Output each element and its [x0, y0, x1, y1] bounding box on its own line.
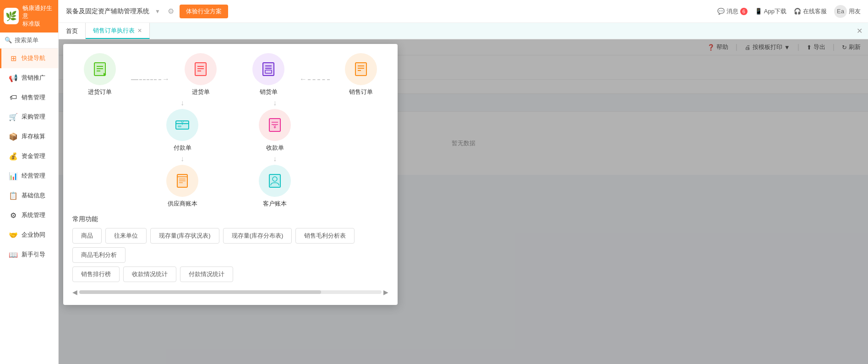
payment-label: 付款单 [174, 144, 191, 152]
supplier-ledger-label: 供应商账本 [168, 200, 197, 208]
svg-rect-10 [263, 63, 274, 76]
customer-ledger-label: 客户账本 [263, 200, 287, 208]
flow-item-receipt[interactable]: ¥ 收款单 [247, 109, 302, 152]
modal-scrollbar: ◀ ▶ [72, 288, 388, 296]
payment-circle: ¥ [166, 109, 198, 141]
tabs-close-all-button[interactable]: ✕ [851, 23, 868, 39]
sidebar-item-inventory[interactable]: 📦 库存核算 [0, 127, 58, 147]
system-icon: ⚙ [9, 211, 18, 220]
tab-close-icon[interactable]: ✕ [137, 27, 142, 34]
sidebar-search[interactable]: 🔍 搜索菜单 [0, 33, 58, 49]
receipt-label: 收款单 [266, 144, 284, 152]
scrollbar-track[interactable] [79, 290, 382, 294]
logo-icon: 🌿 [4, 8, 19, 24]
sidebar-item-label: 库存核算 [22, 132, 45, 141]
scroll-right-arrow[interactable]: ▶ [383, 288, 388, 296]
sidebar-item-purchase[interactable]: 🛒 采购管理 [0, 107, 58, 127]
logo-text: 畅康通好生意 标准版 [22, 5, 55, 28]
customer-ledger-circle [259, 165, 291, 197]
purchase-bill-circle [185, 53, 217, 85]
cf-btn-stock-dist[interactable]: 现存量(库存分布表) [223, 228, 292, 244]
online-service-button[interactable]: 🎧 在线客服 [794, 7, 827, 16]
quick-nav-icon: ⊞ [9, 54, 18, 63]
search-icon: 🔍 [5, 37, 12, 43]
cf-btn-payment-stats[interactable]: 付款情况统计 [180, 266, 233, 282]
user-avatar: Ea [834, 5, 847, 18]
sidebar-item-label: 快捷导航 [22, 54, 45, 62]
sidebar-item-quick-nav[interactable]: ⊞ 快捷导航 [0, 49, 58, 68]
app-download-button[interactable]: 📱 App下载 [755, 7, 786, 16]
purchase-order-circle [84, 53, 116, 85]
sidebar-item-operations[interactable]: 📊 经营管理 [0, 166, 58, 186]
message-button[interactable]: 💬 消息 6 [717, 7, 748, 16]
sidebar-logo[interactable]: 🌿 畅康通好生意 标准版 [0, 0, 58, 33]
sidebar-item-marketing[interactable]: 📢 营销推广 [0, 68, 58, 88]
user-menu[interactable]: Ea 用友 [834, 5, 861, 18]
sales-bill-label: 销货单 [260, 88, 278, 96]
svg-text:¥: ¥ [180, 121, 184, 126]
sidebar-item-label: 营销推广 [22, 74, 45, 82]
marketing-icon: 📢 [9, 74, 18, 82]
flow-item-sales-bill[interactable]: 销货单 [241, 53, 296, 96]
message-badge: 6 [740, 8, 748, 15]
enterprise-icon: 🤝 [9, 231, 18, 239]
header-right: 💬 消息 6 📱 App下载 🎧 在线客服 Ea 用友 [717, 5, 861, 18]
finance-icon: 💰 [9, 152, 18, 161]
header-dropdown-icon[interactable]: ▼ [155, 8, 160, 15]
sidebar: 🌿 畅康通好生意 标准版 🔍 搜索菜单 ⊞ 快捷导航 📢 营销推广 🏷 销售管理… [0, 0, 59, 364]
flow-item-sales-order[interactable]: 销售订单 [333, 53, 388, 96]
sidebar-item-basic[interactable]: 📋 基础信息 [0, 186, 58, 206]
flow-item-customer-ledger[interactable]: 客户账本 [247, 165, 302, 208]
common-functions-buttons-2: 销售排行榜 收款情况统计 付款情况统计 [72, 266, 388, 282]
cf-btn-sales-margin[interactable]: 销售毛利分析表 [295, 228, 355, 244]
purchase-icon: 🛒 [9, 113, 18, 121]
flow-item-purchase-order[interactable]: 进货订单 [72, 53, 127, 96]
tab-sales-label: 销售订单执行表 [93, 27, 135, 35]
trial-button[interactable]: 体验行业方案 [180, 5, 228, 18]
sales-order-label: 销售订单 [349, 88, 373, 96]
cf-btn-sales-rank[interactable]: 销售排行榜 [72, 266, 120, 282]
tab-home-label: 首页 [66, 27, 78, 35]
sidebar-item-label: 经营管理 [22, 172, 45, 180]
tab-home[interactable]: 首页 [59, 23, 86, 39]
scrollbar-thumb [79, 290, 321, 294]
supplier-ledger-circle [166, 165, 198, 197]
sidebar-item-system[interactable]: ⚙ 系统管理 [0, 206, 58, 225]
cf-btn-goods-margin[interactable]: 商品毛利分析 [72, 247, 126, 263]
common-functions-buttons: 商品 往来单位 现存量(库存状况表) 现存量(库存分布表) 销售毛利分析表 商品… [72, 228, 388, 263]
scroll-left-arrow[interactable]: ◀ [72, 288, 77, 296]
sidebar-item-label: 新手引导 [22, 250, 45, 259]
tab-sales-order-exec[interactable]: 销售订单执行表 ✕ [86, 23, 150, 39]
service-icon: 🎧 [794, 8, 801, 15]
common-functions-section: 常用功能 商品 往来单位 现存量(库存状况表) 现存量(库存分布表) 销售毛利分… [72, 215, 388, 282]
header: 装备及固定资产辅助管理系统 ▼ ⚙ 体验行业方案 💬 消息 6 📱 App下载 … [59, 0, 868, 23]
svg-rect-15 [355, 63, 366, 76]
cf-btn-contact[interactable]: 往来单位 [105, 228, 147, 244]
flow-item-purchase-bill[interactable]: 进货单 [173, 53, 228, 96]
inventory-icon: 📦 [9, 132, 18, 141]
flow-item-supplier-ledger[interactable]: 供应商账本 [155, 165, 210, 208]
common-functions-title: 常用功能 [72, 215, 388, 223]
header-settings-icon[interactable]: ⚙ [168, 7, 174, 16]
sidebar-item-label: 系统管理 [22, 211, 45, 219]
cf-btn-goods[interactable]: 商品 [72, 228, 102, 244]
main-content: ❓ 帮助 | 🖨 按模板打印 ▼ | ⬆ 导出 | ↻ 刷新 📅 — 📅 [59, 39, 868, 364]
sidebar-item-finance[interactable]: 💰 资金管理 [0, 147, 58, 166]
purchase-bill-label: 进货单 [192, 88, 210, 96]
flow-item-payment[interactable]: ¥ 付款单 [155, 109, 210, 152]
sidebar-item-sales[interactable]: 🏷 销售管理 [0, 88, 58, 107]
receipt-circle: ¥ [259, 109, 291, 141]
cf-btn-stock-status[interactable]: 现存量(库存状况表) [150, 228, 219, 244]
modal-overlay: 进货订单 → [59, 39, 868, 364]
modal-dialog: 进货订单 → [63, 44, 398, 305]
sidebar-item-guide[interactable]: 📖 新手引导 [0, 245, 58, 265]
cf-btn-receipt-stats[interactable]: 收款情况统计 [123, 266, 176, 282]
sales-icon: 🏷 [9, 93, 18, 102]
sidebar-item-label: 采购管理 [22, 113, 45, 121]
sales-order-circle [345, 53, 377, 85]
sidebar-item-label: 企业协同 [22, 231, 45, 239]
basic-icon: 📋 [9, 191, 18, 200]
sidebar-item-enterprise[interactable]: 🤝 企业协同 [0, 225, 58, 245]
guide-icon: 📖 [9, 250, 18, 259]
message-icon: 💬 [717, 8, 725, 15]
